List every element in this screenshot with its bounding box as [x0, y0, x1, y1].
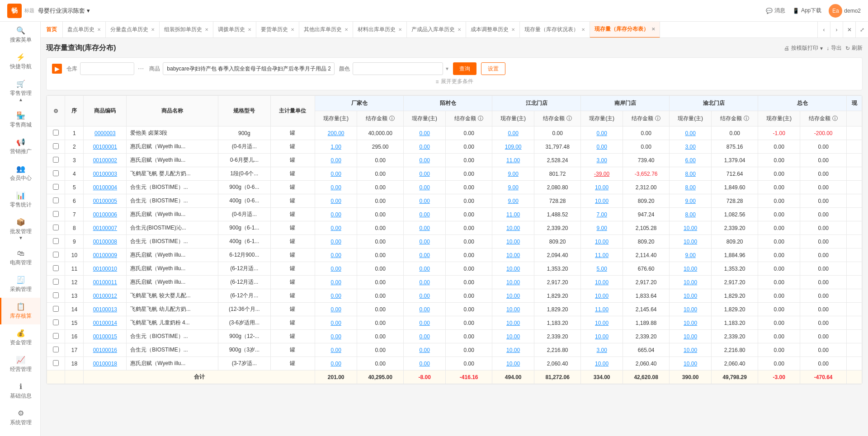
user-avatar: Ea: [829, 4, 842, 18]
app-download-btn[interactable]: 📱 App下载: [793, 7, 821, 14]
sidebar-item-retail-mgmt[interactable]: 🛒 零售管理 ▲: [0, 75, 40, 107]
goods-field: 商品: [149, 62, 335, 75]
sidebar-item-marketing[interactable]: 📢 营销推广: [0, 133, 40, 160]
tab-cost-adjust-history[interactable]: 成本调整单历史 ✕: [466, 22, 520, 38]
tab-allocation-history[interactable]: 调拨单历史 ✕: [213, 22, 256, 38]
row-checkbox[interactable]: [47, 194, 65, 208]
tab-product-in-history-close[interactable]: ✕: [458, 27, 461, 32]
tab-other-out-history-close[interactable]: ✕: [344, 27, 348, 32]
row-checkbox[interactable]: [47, 235, 65, 248]
tab-dist-stock-history-close[interactable]: ✕: [151, 27, 155, 32]
row-checkbox[interactable]: [47, 289, 65, 303]
row-checkbox[interactable]: [47, 208, 65, 221]
warehouse-dots[interactable]: ···: [138, 65, 144, 73]
col-spec: 规格型号: [218, 96, 271, 127]
total-settings: [47, 370, 65, 384]
row-code: 00100001: [84, 140, 127, 154]
row-total-qty: 0.00: [758, 343, 800, 357]
row-checkbox[interactable]: [47, 167, 65, 181]
tab-inventory-status-close[interactable]: ✕: [581, 27, 585, 32]
retail-mgmt-icon: 🛒: [16, 80, 25, 88]
row-w1-amt: 0.00: [357, 343, 404, 357]
color-dropdown-icon[interactable]: ▾: [446, 66, 448, 72]
col-settings[interactable]: ⚙: [47, 96, 65, 127]
row-index: 8: [65, 221, 84, 235]
nav-next-btn[interactable]: ›: [830, 22, 843, 38]
row-checkbox[interactable]: [47, 262, 65, 276]
tab-material-out-history[interactable]: 材料出库单历史 ✕: [353, 22, 407, 38]
tab-inventory-dist-close[interactable]: ✕: [651, 27, 655, 32]
query-btn[interactable]: 查询: [453, 62, 476, 75]
sidebar-item-retail-stat[interactable]: 📊 零售统计: [0, 187, 40, 213]
tab-inventory-status[interactable]: 现存量（库存状况表） ✕: [520, 22, 590, 38]
sidebar-item-wholesale[interactable]: 📦 批发管理 ▼: [0, 213, 40, 245]
refresh-btn[interactable]: ↻ 刷新: [845, 44, 863, 52]
warehouse-input[interactable]: [80, 62, 134, 75]
setting-btn[interactable]: 设置: [481, 62, 505, 75]
nav-expand-btn[interactable]: ⤢: [855, 22, 868, 38]
row-checkbox[interactable]: [47, 127, 65, 140]
tab-dist-stock-history-label: 分量盘点单历史: [110, 26, 148, 33]
tab-combo-disassemble-close[interactable]: ✕: [205, 27, 208, 32]
expand-btn[interactable]: ≡ 展开更多条件: [435, 78, 473, 85]
sidebar-item-member[interactable]: 👥 会员中心: [0, 160, 40, 187]
row-checkbox[interactable]: [47, 303, 65, 316]
sidebar-item-system[interactable]: ⚙ 系统管理: [0, 404, 40, 431]
nav-close-btn[interactable]: ✕: [843, 22, 855, 38]
row-checkbox[interactable]: [47, 140, 65, 154]
row-w4-amt: 1,833.64: [623, 289, 670, 303]
sidebar-item-quick-nav[interactable]: ⚡ 快捷导航: [0, 48, 40, 75]
row-w2-amt: 0.00: [446, 140, 492, 154]
sidebar-item-enterprise[interactable]: 🤝 企业协同: [0, 431, 40, 436]
company-selector[interactable]: 母婴行业演示陈套 ▾: [38, 7, 90, 15]
sidebar-item-finance[interactable]: 💰 资金管理: [0, 324, 40, 351]
row-checkbox[interactable]: [47, 276, 65, 289]
tab-cost-adjust-history-close[interactable]: ✕: [511, 27, 515, 32]
tab-dist-stock-history[interactable]: 分量盘点单历史 ✕: [106, 22, 160, 38]
tab-stock-history-close[interactable]: ✕: [97, 27, 101, 32]
row-checkbox[interactable]: [47, 357, 65, 370]
nav-prev-btn[interactable]: ‹: [817, 22, 830, 38]
tab-order-history[interactable]: 要货单历史 ✕: [256, 22, 299, 38]
nav-arrows: ‹ › ✕ ⤢: [817, 22, 868, 38]
table-container[interactable]: ⚙ 序 商品编码 商品名称 规格型号 主计量单位 厂家仓 陌村仓 江北门店 南岸…: [46, 95, 863, 384]
row-checkbox[interactable]: [47, 248, 65, 262]
user-info[interactable]: Ea demo2: [829, 4, 861, 18]
row-checkbox[interactable]: [47, 343, 65, 357]
row-w4-qty: 0.00: [581, 140, 623, 154]
goods-input[interactable]: [163, 62, 335, 75]
tab-other-out-history[interactable]: 其他出库单历史 ✕: [299, 22, 353, 38]
tab-combo-disassemble[interactable]: 组装拆卸单历史 ✕: [160, 22, 213, 38]
tab-inventory-dist[interactable]: 现存量（库存分布表） ✕: [590, 22, 660, 38]
filter-toggle-btn[interactable]: ▶: [52, 64, 62, 74]
export-btn[interactable]: ↓ 导出: [826, 44, 842, 52]
tab-home[interactable]: 首页: [41, 22, 63, 38]
row-checkbox[interactable]: [47, 154, 65, 167]
tab-material-out-history-close[interactable]: ✕: [398, 27, 402, 32]
tab-product-in-history[interactable]: 产成品入库单历史 ✕: [407, 22, 466, 38]
print-btn[interactable]: 🖨 按模版打印 ▾: [784, 44, 823, 52]
tab-order-history-close[interactable]: ✕: [291, 27, 294, 32]
sidebar-item-operations[interactable]: 📈 经营管理: [0, 351, 40, 378]
sidebar-item-ecommerce[interactable]: 🛍 电商管理: [0, 245, 40, 271]
row-checkbox[interactable]: [47, 221, 65, 235]
row-w2-amt: 0.00: [446, 167, 492, 181]
row-checkbox[interactable]: [47, 316, 65, 330]
sidebar-item-retail-mall[interactable]: 🏪 零售商城: [0, 107, 40, 133]
tab-stock-history-label: 盘点单历史: [67, 26, 94, 33]
row-checkbox[interactable]: [47, 330, 65, 343]
sidebar-item-basic-info[interactable]: ℹ 基础信息: [0, 378, 40, 404]
purchase-icon: 🧾: [16, 276, 25, 284]
row-w2-amt: 0.00: [446, 276, 492, 289]
total-w1-amt: 40,295.00: [357, 370, 404, 384]
row-code: 00100011: [84, 276, 127, 289]
sidebar-item-search[interactable]: 🔍 搜索英单: [0, 22, 40, 48]
row-checkbox[interactable]: [47, 181, 65, 194]
color-input[interactable]: [353, 62, 443, 75]
sidebar-label-basic-info: 基础信息: [10, 392, 32, 400]
message-btn[interactable]: 💬 消息: [766, 7, 785, 14]
sidebar-item-purchase[interactable]: 🧾 采购管理: [0, 271, 40, 298]
tab-stock-history[interactable]: 盘点单历史 ✕: [63, 22, 106, 38]
tab-allocation-history-close[interactable]: ✕: [248, 27, 251, 32]
sidebar-item-inventory[interactable]: 📋 库存核算: [0, 298, 40, 324]
